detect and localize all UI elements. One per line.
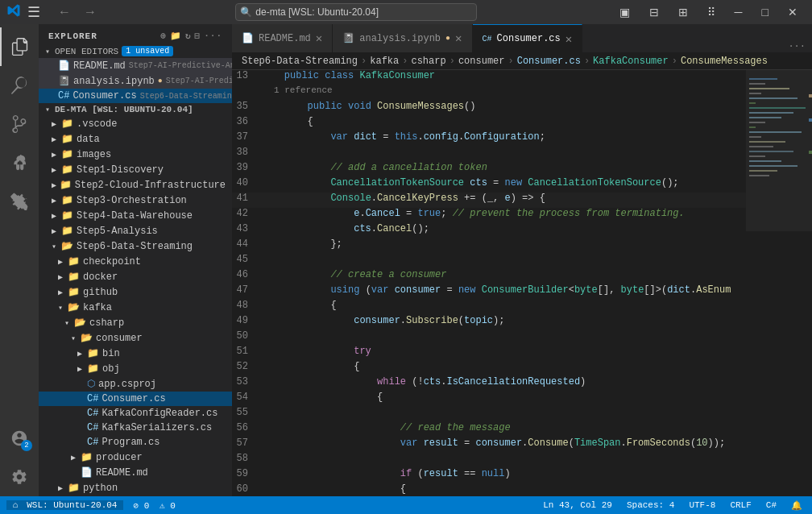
breadcrumb-consumer[interactable]: consumer [458, 56, 505, 67]
status-notifications[interactable]: 🔔 [788, 500, 806, 511]
open-file-analysis[interactable]: 📓 analysis.ipynb ● Step7-AI-Predictive-A… [39, 73, 232, 89]
folder-bin-label: bin [102, 348, 120, 359]
back-button[interactable]: ← [53, 3, 76, 21]
layout-button-1[interactable]: ▣ [611, 2, 638, 22]
tab-more-actions[interactable]: ··· [781, 41, 812, 52]
tab-analysis[interactable]: 📓 analysis.ipynb ● ✕ [333, 24, 472, 52]
line-num-35: 35 [232, 101, 261, 116]
code-editor[interactable]: 13 public class KafkaConsumer 1 referenc… [232, 70, 746, 496]
folder-github-label: github [83, 287, 118, 298]
new-file-icon[interactable]: ⊕ [160, 31, 167, 41]
dirty-indicator: ● [158, 77, 163, 85]
step2-arrow: ▶ [52, 180, 58, 190]
hamburger-icon[interactable]: ☰ [27, 3, 40, 21]
line-num-43: 43 [232, 223, 261, 238]
svg-rect-23 [809, 94, 812, 97]
new-folder-icon[interactable]: 📁 [170, 31, 182, 41]
status-right: Ln 43, Col 29 Spaces: 4 UTF-8 CRLF C# 🔔 [540, 500, 806, 511]
breadcrumb-sep-1: › [361, 56, 367, 67]
tab-analysis-close[interactable]: ✕ [455, 31, 462, 45]
code-line-42: 42 e.Cancel = true; // prevent the proce… [232, 208, 746, 223]
folder-step2[interactable]: ▶ 📁 Step2-Cloud-Infrastructure [39, 177, 232, 193]
folder-vscode[interactable]: ▶ 📁 .vscode [39, 116, 232, 131]
breadcrumb-csharp[interactable]: csharp [411, 56, 445, 67]
collapse-icon[interactable]: ⊟ [195, 31, 201, 41]
folder-obj[interactable]: ▶ 📁 obj [39, 361, 232, 376]
folder-python[interactable]: ▶ 📁 python [39, 480, 232, 495]
breadcrumb-sep-4: › [508, 56, 513, 67]
minimize-button[interactable]: ─ [727, 2, 751, 22]
folder-kafka[interactable]: ▾ 📂 kafka [39, 300, 232, 315]
layout-button-2[interactable]: ⊟ [641, 2, 667, 22]
folder-consumer[interactable]: ▾ 📂 consumer [39, 330, 232, 346]
file-consumer-cs[interactable]: ▶ C# Consumer.cs [39, 392, 232, 406]
activity-extensions[interactable] [0, 182, 39, 221]
more-actions-icon[interactable]: ··· [204, 31, 222, 41]
file-kafkaconfigreader[interactable]: ▶ C# KafkaConfigReader.cs [39, 406, 232, 421]
sidebar-header: EXPLORER ⊕ 📁 ↻ ⊟ ··· [39, 24, 232, 44]
tab-consumer-close[interactable]: ✕ [566, 32, 572, 46]
folder-step1[interactable]: ▶ 📁 Step1-Discovery [39, 162, 232, 177]
folder-step3-label: Step3-Orchestration [77, 195, 187, 206]
ref-hint: 1 reference [274, 85, 333, 101]
close-button[interactable]: ✕ [780, 2, 806, 22]
folder-step4[interactable]: ▶ 📁 Step4-Data-Warehouse [39, 208, 232, 223]
file-kafka-readme[interactable]: ▶ 📄 README.md [39, 465, 232, 480]
folder-producer[interactable]: ▶ 📁 producer [39, 450, 232, 465]
activity-settings[interactable] [0, 458, 39, 496]
code-text-56: // read the message [261, 422, 746, 437]
folder-icon: 📁 [61, 225, 73, 237]
folder-csharp[interactable]: ▾ 📂 csharp [39, 315, 232, 330]
status-eol[interactable]: CRLF [727, 500, 754, 510]
tab-readme[interactable]: 📄 README.md ✕ [232, 24, 333, 52]
code-line-46: 46 // create a consumer [232, 269, 746, 284]
maximize-button[interactable]: □ [754, 2, 777, 22]
breadcrumb-step6[interactable]: Step6-Data-Streaming [242, 56, 358, 67]
activity-accounts[interactable]: 2 [0, 419, 39, 458]
folder-icon: 📁 [61, 133, 73, 145]
status-errors[interactable]: ⊘ 0 ⚠ 0 [130, 500, 178, 511]
activity-git[interactable] [0, 105, 39, 143]
folder-step5[interactable]: ▶ 📁 Step5-Analysis [39, 223, 232, 238]
activity-search[interactable] [0, 66, 39, 105]
folder-github[interactable]: ▶ 📁 github [39, 284, 232, 300]
activity-debug[interactable] [0, 143, 39, 182]
file-program[interactable]: ▶ C# Program.cs [39, 435, 232, 450]
folder-step6[interactable]: ▾ 📂 Step6-Data-Streaming [39, 238, 232, 254]
status-remote[interactable]: ⌂ WSL: Ubuntu-20.04 [6, 500, 123, 510]
open-editors-header[interactable]: ▾ OPEN EDITORS 1 unsaved [39, 44, 232, 58]
status-language[interactable]: C# [763, 500, 780, 510]
status-encoding[interactable]: UTF-8 [686, 500, 719, 510]
folder-step3[interactable]: ▶ 📁 Step3-Orchestration [39, 193, 232, 208]
layout-button-3[interactable]: ⊞ [670, 2, 696, 22]
breadcrumb-kafka[interactable]: kafka [370, 56, 399, 67]
file-kafkaserializers[interactable]: ▶ C# KafkaSerializers.cs [39, 421, 232, 435]
svg-rect-24 [809, 118, 812, 122]
forward-button[interactable]: → [79, 3, 102, 21]
folder-producer-label: producer [96, 452, 143, 463]
file-csproj[interactable]: ▶ ⬡ app.csproj [39, 376, 232, 392]
tab-readme-icon: 📄 [242, 32, 254, 44]
tab-consumer[interactable]: C# Consumer.cs ✕ [473, 24, 583, 52]
layout-button-4[interactable]: ⠿ [699, 2, 723, 22]
activity-explorer[interactable] [0, 27, 39, 66]
status-line-col[interactable]: Ln 43, Col 29 [540, 500, 615, 510]
folder-bin[interactable]: ▶ 📁 bin [39, 346, 232, 361]
code-line-45: 45 [232, 254, 746, 269]
open-file-readme[interactable]: 📄 README.md Step7-AI-Predictive-Anal... [39, 58, 232, 73]
breadcrumb-class[interactable]: KafkaConsumer [593, 56, 669, 67]
breadcrumb-method[interactable]: ConsumeMessages [681, 56, 768, 67]
folder-checkpoint[interactable]: ▶ 📁 checkpoint [39, 254, 232, 269]
line-num-57: 57 [232, 437, 261, 453]
status-spaces[interactable]: Spaces: 4 [624, 500, 677, 510]
root-folder[interactable]: ▾ DE-MTA [WSL: UBUNTU-20.04] [39, 103, 232, 116]
tab-readme-close[interactable]: ✕ [316, 31, 322, 45]
open-file-consumer[interactable]: C# Consumer.cs Step6-Data-Streaming/kafk… [39, 89, 232, 103]
folder-images[interactable]: ▶ 📁 images [39, 147, 232, 162]
search-input[interactable] [235, 3, 477, 21]
file-icon-analysis: 📓 [58, 75, 70, 87]
folder-docker[interactable]: ▶ 📁 docker [39, 269, 232, 284]
folder-data[interactable]: ▶ 📁 data [39, 131, 232, 147]
breadcrumb-file[interactable]: Consumer.cs [517, 56, 581, 67]
refresh-icon[interactable]: ↻ [185, 31, 192, 41]
